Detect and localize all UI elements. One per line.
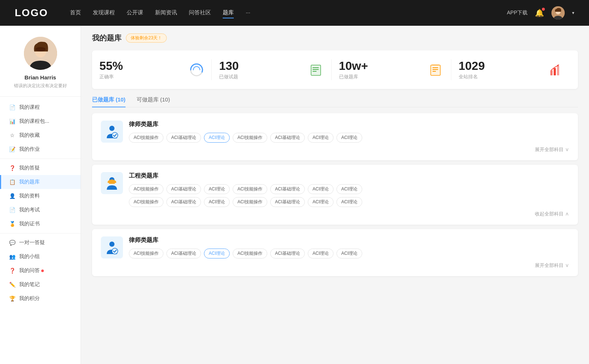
nav-qbank[interactable]: 题库 (223, 8, 234, 18)
nav-open-course[interactable]: 公开课 (127, 8, 143, 18)
qbank-title-3: 律师类题库 (129, 236, 569, 244)
tag[interactable]: ACI理论 (204, 184, 230, 194)
tag[interactable]: ACI技能操作 (233, 133, 267, 143)
sidebar-item-qbank[interactable]: 📋 我的题库 (0, 175, 81, 189)
tag[interactable]: ACI基础理论 (270, 184, 305, 194)
nav-discover[interactable]: 发现课程 (93, 8, 115, 18)
nav-news[interactable]: 新闻资讯 (155, 8, 177, 18)
svg-rect-16 (432, 64, 439, 65)
tag[interactable]: ACI技能操作 (129, 133, 163, 143)
tag[interactable]: ACI理论 (308, 133, 334, 143)
page-header: 我的题库 体验剩余23天！ (92, 33, 578, 43)
stat-accuracy-label: 正确率 (99, 74, 184, 80)
sidebar-item-favorites[interactable]: ☆ 我的收藏 (0, 128, 81, 142)
tag[interactable]: ACI基础理论 (166, 133, 201, 143)
notification-bell[interactable]: 🔔 (535, 8, 544, 17)
tag[interactable]: ACI理论 (308, 184, 334, 194)
tag[interactable]: ACI基础理论 (270, 133, 305, 143)
sidebar-item-label: 一对一答疑 (19, 239, 45, 246)
nav-qa[interactable]: 问答社区 (189, 8, 211, 18)
svg-point-25 (109, 242, 114, 247)
tag[interactable]: ACI技能操作 (129, 184, 163, 194)
sidebar-item-label: 我的课程包... (19, 118, 49, 125)
svg-rect-24 (109, 182, 115, 184)
sidebar-item-exam[interactable]: 📄 我的考试 (0, 203, 81, 217)
sidebar-item-certificate[interactable]: 🏅 我的证书 (0, 217, 81, 231)
sidebar-item-profile[interactable]: 👤 我的资料 (0, 189, 81, 203)
sidebar-item-qa[interactable]: ❓ 我的答疑 (0, 161, 81, 175)
stat-ranking-label: 全站排名 (459, 74, 543, 80)
stat-done-number: 130 (219, 59, 304, 73)
sidebar-item-label: 我的课程 (19, 104, 40, 111)
nav-home[interactable]: 首页 (70, 8, 81, 18)
tag[interactable]: ACI理论 (308, 249, 334, 258)
svg-rect-12 (431, 65, 440, 75)
logo: LOGO (15, 7, 48, 19)
collapse-link-2[interactable]: 收起全部科目 ∧ (101, 211, 569, 217)
qbank-icon-engineer (101, 172, 123, 194)
sidebar-item-homework[interactable]: 📝 我的作业 (0, 142, 81, 156)
qbank-title-1: 律师类题库 (129, 121, 569, 128)
tag[interactable]: ACI基础理论 (166, 249, 201, 258)
user-dropdown-arrow[interactable]: ▾ (572, 10, 574, 15)
sidebar-item-my-qa[interactable]: ❓ 我的问答 (0, 264, 81, 278)
sidebar-item-points[interactable]: 🏆 我的积分 (0, 292, 81, 306)
tag-active[interactable]: ACI理论 (204, 249, 230, 258)
exam-icon: 📄 (9, 207, 15, 213)
sidebar-item-label: 我的积分 (19, 295, 40, 302)
nav-more[interactable]: ··· (246, 8, 250, 18)
expand-link-1[interactable]: 展开全部科目 ∨ (101, 146, 569, 153)
sidebar-profile: Brian Harris 错误的决定比没有决定要好 (0, 26, 81, 97)
profile-avatar (24, 37, 57, 70)
accuracy-icon (189, 63, 204, 77)
groups-icon: 👥 (9, 253, 15, 260)
qbank-tags-2-row2: ACI技能操作 ACI基础理论 ACI理论 ACI技能操作 ACI基础理论 AC… (129, 197, 569, 207)
sidebar-item-label: 我的考试 (19, 207, 40, 213)
profile-icon: 👤 (9, 193, 15, 199)
sidebar-item-groups[interactable]: 👥 我的小组 (0, 250, 81, 264)
sidebar-item-label: 我的题库 (19, 179, 40, 185)
notification-dot (542, 8, 545, 11)
tag[interactable]: ACI理论 (336, 184, 362, 194)
tag[interactable]: ACI理论 (308, 197, 334, 207)
tag[interactable]: ACI基础理论 (166, 184, 201, 194)
app-download-link[interactable]: APP下载 (507, 10, 528, 16)
certificate-icon: 🏅 (9, 221, 15, 227)
tag[interactable]: ACI技能操作 (233, 249, 267, 258)
stat-banks-number: 10w+ (339, 59, 424, 73)
qbank-tags-2-row1: ACI技能操作 ACI基础理论 ACI理论 ACI技能操作 ACI基础理论 AC… (129, 184, 569, 194)
svg-rect-17 (550, 70, 553, 75)
sidebar-item-my-courses[interactable]: 📄 我的课程 (0, 100, 81, 114)
tag[interactable]: ACI理论 (336, 249, 362, 258)
navbar: LOGO 首页 发现课程 公开课 新闻资讯 问答社区 题库 ··· APP下载 … (0, 0, 589, 26)
tag[interactable]: ACI技能操作 (233, 184, 267, 194)
sidebar-item-course-packages[interactable]: 📊 我的课程包... (0, 114, 81, 128)
profile-name: Brian Harris (25, 74, 56, 81)
tab-available-banks[interactable]: 可做题库 (10) (137, 96, 170, 107)
sidebar-item-label: 我的收藏 (19, 132, 40, 139)
stats-card: 55% 正确率 130 已做试题 (92, 50, 578, 89)
qbank-tags-1: ACI技能操作 ACI基础理论 ACI理论 ACI技能操作 ACI基础理论 AC… (129, 133, 569, 143)
tag[interactable]: ACI理论 (336, 197, 362, 207)
stat-accuracy-number: 55% (99, 59, 184, 73)
nav-right: APP下载 🔔 ▾ (507, 6, 574, 19)
sidebar-item-label: 我的资料 (19, 193, 40, 199)
tag[interactable]: ACI技能操作 (129, 249, 163, 258)
expand-link-3[interactable]: 展开全部科目 ∨ (101, 262, 569, 269)
sidebar-item-notes[interactable]: ✏️ 我的笔记 (0, 278, 81, 292)
avatar[interactable] (551, 6, 565, 19)
tag[interactable]: ACI技能操作 (129, 197, 163, 207)
tab-done-banks[interactable]: 已做题库 (10) (92, 96, 126, 107)
tag[interactable]: ACI理论 (204, 197, 230, 207)
qbank-icon-lawyer-1 (101, 121, 123, 143)
tag[interactable]: ACI技能操作 (233, 197, 267, 207)
svg-point-4 (35, 47, 46, 51)
qbank-card-1: 律师类题库 ACI技能操作 ACI基础理论 ACI理论 ACI技能操作 ACI基… (92, 113, 578, 160)
tag[interactable]: ACI基础理论 (270, 249, 305, 258)
tag-active[interactable]: ACI理论 (204, 133, 230, 143)
tag[interactable]: ACI理论 (336, 133, 362, 143)
packages-icon: 📊 (9, 118, 15, 125)
sidebar-item-one-on-one[interactable]: 💬 一对一答疑 (0, 236, 81, 250)
tag[interactable]: ACI基础理论 (270, 197, 305, 207)
tag[interactable]: ACI基础理论 (166, 197, 201, 207)
